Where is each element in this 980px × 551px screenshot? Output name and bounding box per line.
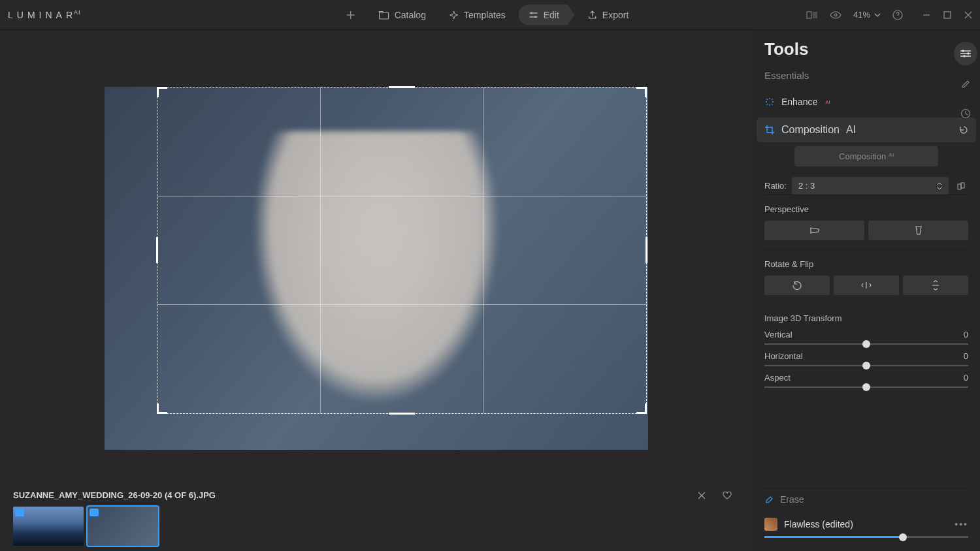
updown-icon bbox=[937, 182, 942, 190]
tool-composition-label: Composition bbox=[781, 124, 840, 136]
svg-rect-13 bbox=[961, 183, 964, 188]
tool-erase[interactable]: Erase bbox=[764, 488, 968, 510]
preset-slider[interactable] bbox=[764, 536, 968, 538]
nav-templates-label: Templates bbox=[464, 10, 506, 20]
preset-label: Flawless (edited) bbox=[784, 519, 853, 529]
edit-badge-icon bbox=[15, 509, 24, 516]
compare-icon[interactable] bbox=[806, 10, 818, 20]
main-nav: Catalog Templates Edit Export bbox=[341, 5, 640, 25]
app-header: LUMINARAI Catalog Templates Edit Export bbox=[0, 0, 980, 30]
grid-line bbox=[157, 304, 646, 305]
zoom-control[interactable]: 41% bbox=[853, 10, 881, 20]
slider-thumb[interactable] bbox=[862, 362, 870, 370]
filmstrip: SUZANNE_AMY_WEDDING_26-09-20 (4 OF 6).JP… bbox=[0, 486, 753, 551]
nav-export-label: Export bbox=[602, 10, 629, 20]
perspective-h-button[interactable] bbox=[764, 221, 864, 240]
export-icon bbox=[588, 10, 597, 20]
eye-icon[interactable] bbox=[830, 11, 841, 19]
grid-line bbox=[320, 87, 321, 413]
slider-vertical-label: Vertical bbox=[764, 330, 792, 339]
ai-badge: AI bbox=[825, 99, 830, 105]
perspective-label: Perspective bbox=[764, 204, 968, 214]
tool-enhance[interactable]: EnhanceAI bbox=[764, 90, 968, 114]
ratio-swap-button[interactable] bbox=[954, 179, 968, 193]
minimize-button[interactable] bbox=[923, 11, 930, 19]
svg-rect-7 bbox=[944, 12, 951, 18]
crop-handle[interactable] bbox=[636, 87, 647, 97]
side-tab-tools[interactable] bbox=[954, 42, 977, 65]
perspective-v-button[interactable] bbox=[868, 221, 968, 240]
svg-point-2 bbox=[534, 16, 536, 18]
crop-handle[interactable] bbox=[636, 403, 647, 414]
sparkle-icon bbox=[449, 10, 459, 20]
grid-line bbox=[483, 87, 484, 413]
rotate-button[interactable] bbox=[764, 276, 830, 295]
svg-point-9 bbox=[967, 52, 970, 55]
window-controls bbox=[923, 11, 972, 19]
grid-line bbox=[157, 196, 646, 197]
slider-horizontal-value: 0 bbox=[964, 351, 968, 361]
flip-v-button[interactable] bbox=[903, 276, 968, 295]
nav-catalog-label: Catalog bbox=[395, 10, 426, 20]
nav-export[interactable]: Export bbox=[578, 5, 639, 25]
crop-handle[interactable] bbox=[157, 403, 167, 414]
crop-handle[interactable] bbox=[645, 237, 647, 263]
side-tab-history[interactable] bbox=[954, 102, 977, 125]
ratio-select[interactable]: 2 : 3 bbox=[792, 177, 949, 195]
ai-badge: AI bbox=[846, 124, 856, 136]
slider-thumb[interactable] bbox=[862, 340, 870, 348]
sliders-icon bbox=[529, 11, 538, 19]
svg-rect-0 bbox=[380, 12, 389, 19]
tool-composition[interactable]: CompositionAI bbox=[757, 118, 976, 142]
app-logo: LUMINARAI bbox=[8, 9, 81, 20]
thumbnail-selected[interactable] bbox=[88, 507, 158, 546]
svg-rect-12 bbox=[958, 184, 961, 189]
tools-panel: Tools Essentials EnhanceAI CompositionAI… bbox=[753, 30, 980, 551]
crop-box[interactable] bbox=[157, 87, 647, 414]
tool-erase-label: Erase bbox=[780, 494, 804, 505]
logo-text: LUMINAR bbox=[8, 10, 76, 20]
crop-handle[interactable] bbox=[389, 86, 415, 88]
svg-rect-3 bbox=[807, 12, 811, 18]
rotate-flip-label: Rotate & Flip bbox=[764, 259, 968, 269]
favorite-button[interactable] bbox=[723, 492, 732, 499]
side-tab-brush[interactable] bbox=[954, 72, 977, 95]
side-tabs bbox=[951, 39, 980, 128]
transform-label: Image 3D Transform bbox=[764, 313, 968, 323]
crop-handle[interactable] bbox=[389, 413, 415, 415]
slider-aspect[interactable] bbox=[764, 386, 968, 388]
reject-button[interactable] bbox=[698, 492, 706, 499]
flip-h-button[interactable] bbox=[834, 276, 899, 295]
crop-handle[interactable] bbox=[156, 237, 158, 263]
help-icon[interactable] bbox=[892, 10, 903, 20]
crop-handle[interactable] bbox=[157, 87, 167, 97]
enhance-icon bbox=[764, 97, 775, 107]
photo[interactable] bbox=[105, 87, 648, 450]
slider-vertical-value: 0 bbox=[964, 330, 968, 339]
filename-label: SUZANNE_AMY_WEDDING_26-09-20 (4 OF 6).JP… bbox=[13, 490, 216, 500]
thumbnail[interactable] bbox=[13, 507, 84, 546]
slider-thumb[interactable] bbox=[899, 533, 907, 541]
nav-templates[interactable]: Templates bbox=[439, 5, 516, 25]
maximize-button[interactable] bbox=[943, 11, 951, 19]
slider-aspect-label: Aspect bbox=[764, 373, 791, 383]
nav-catalog[interactable]: Catalog bbox=[368, 5, 436, 25]
canvas-area: SUZANNE_AMY_WEDDING_26-09-20 (4 OF 6).JP… bbox=[0, 30, 753, 551]
logo-suffix: AI bbox=[74, 9, 81, 16]
preset-menu-button[interactable]: ••• bbox=[955, 519, 968, 529]
slider-thumb[interactable] bbox=[862, 383, 870, 391]
zoom-value: 41% bbox=[853, 10, 870, 20]
svg-rect-4 bbox=[813, 12, 817, 18]
composition-ai-button[interactable]: Composition ᴬᴵ bbox=[794, 146, 938, 166]
slider-vertical[interactable] bbox=[764, 343, 968, 345]
crop-icon bbox=[764, 125, 775, 135]
slider-horizontal[interactable] bbox=[764, 365, 968, 366]
nav-edit[interactable]: Edit bbox=[519, 5, 575, 25]
svg-point-8 bbox=[962, 50, 964, 52]
close-button[interactable] bbox=[964, 11, 972, 19]
folder-icon bbox=[379, 10, 389, 20]
erase-icon bbox=[764, 495, 774, 504]
tool-enhance-label: Enhance bbox=[781, 97, 817, 107]
add-button[interactable] bbox=[341, 5, 361, 25]
slider-aspect-value: 0 bbox=[964, 373, 968, 383]
